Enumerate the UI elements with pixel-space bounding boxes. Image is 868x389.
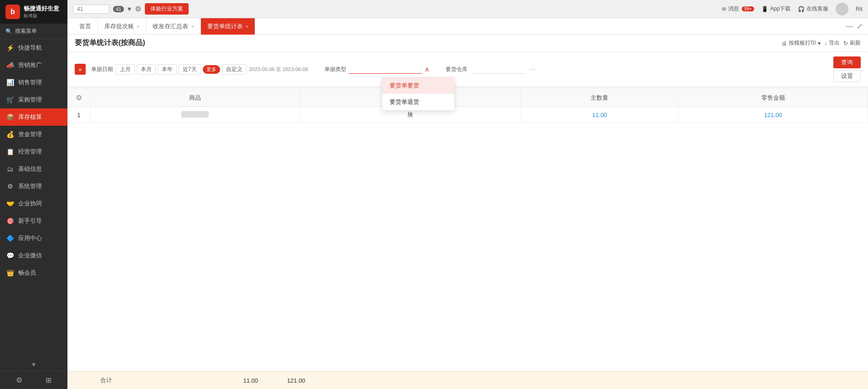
sidebar-item-basic[interactable]: 🗂 基础信息 xyxy=(0,160,67,178)
operation-icon: 📋 xyxy=(5,148,15,155)
member-icon: 👑 xyxy=(5,269,15,276)
cell-no: 1 xyxy=(67,107,90,123)
goods-blurred xyxy=(181,111,209,118)
page-title: 要货单统计表(按商品) xyxy=(75,38,145,48)
sidebar: b 畅捷通好生意 标准版 🔍 搜索菜单 ⚡ 快捷导航 📣 营销推广 📊 销售管理… xyxy=(0,0,67,389)
topbar-right: ✉ 消息 99+ 📱 App下载 🎧 在线客服 Rit xyxy=(722,3,863,15)
topbar-left: 41 ▾ ⚙ 体验行业方案 xyxy=(73,3,718,15)
sidebar-item-label: 营销推广 xyxy=(18,61,62,69)
notification-label: 消息 xyxy=(728,5,739,13)
online-service-label: 在线客服 xyxy=(806,5,828,13)
filter-settings-button[interactable]: 设置 xyxy=(833,70,861,82)
sidebar-item-inventory[interactable]: 📦 库存核算 xyxy=(0,108,67,126)
tab-minimize-icon[interactable]: — xyxy=(846,22,853,31)
system-icon: ⚙ xyxy=(5,183,15,190)
refresh-label: 刷新 xyxy=(850,39,861,47)
refresh-icon: ↻ xyxy=(843,40,848,46)
date-btn-this-month[interactable]: 本月 xyxy=(137,64,156,75)
date-btn-last-month[interactable]: 上月 xyxy=(116,64,135,75)
tab-expand-icon[interactable]: ⤢ xyxy=(857,22,863,31)
sidebar-item-label: 采购管理 xyxy=(18,96,62,104)
date-btn-7days[interactable]: 近7天 xyxy=(179,64,201,75)
tab-send-summary-close[interactable]: × xyxy=(191,24,194,29)
tab-send-summary-label: 收发存汇总表 xyxy=(153,22,188,31)
print-label: 按模板打印 xyxy=(789,39,816,47)
app-logo: b 畅捷通好生意 标准版 xyxy=(0,0,67,24)
sidebar-search[interactable]: 🔍 搜索菜单 xyxy=(0,24,67,39)
tab-inventory-batch[interactable]: 库存批次账 × xyxy=(98,18,146,35)
type-chevron-icon[interactable]: ∧ xyxy=(425,66,429,73)
date-btn-more[interactable]: 更多 xyxy=(203,65,220,74)
sidebar-item-purchase[interactable]: 🛒 采购管理 xyxy=(0,91,67,108)
print-button[interactable]: 🖨 按模板打印 ▾ xyxy=(781,39,821,47)
tab-home-label: 首页 xyxy=(79,22,91,31)
type-filter-group: 单据类型 ∧ xyxy=(324,65,429,74)
tab-home[interactable]: 首页 xyxy=(73,18,98,35)
topbar-settings-icon[interactable]: ⚙ xyxy=(135,5,141,13)
cell-amount: 121.00 xyxy=(678,107,868,123)
online-service-btn[interactable]: 🎧 在线客服 xyxy=(798,5,828,13)
quick-nav-icon: ⚡ xyxy=(5,44,15,51)
topbar-search-input[interactable] xyxy=(73,5,109,14)
sidebar-item-sales[interactable]: 📊 销售管理 xyxy=(0,74,67,91)
table-col-goods: 商品 xyxy=(90,89,299,107)
footer-total-label: 合计 xyxy=(100,377,112,384)
warehouse-filter-group: 要货仓库 ··· xyxy=(446,65,535,74)
main-area: 41 ▾ ⚙ 体验行业方案 ✉ 消息 99+ 📱 App下载 🎧 在线客服 Ri… xyxy=(67,0,868,389)
filter-expand-button[interactable]: » xyxy=(75,64,86,75)
table-col-amount: 零售金额 xyxy=(678,89,868,107)
export-icon: ↓ xyxy=(824,40,827,46)
topbar-chevron-icon[interactable]: ▾ xyxy=(128,5,131,13)
date-buttons: 上月 本月 本年 近7天 更多 自定义 xyxy=(116,64,247,75)
query-button[interactable]: 查询 xyxy=(833,56,861,68)
finance-icon: 💰 xyxy=(5,131,15,138)
sidebar-item-finance[interactable]: 💰 资金管理 xyxy=(0,126,67,143)
dropdown-item-order-return[interactable]: 要货单退货 xyxy=(382,94,454,110)
sidebar-bottom: ⚙ ⊞ xyxy=(0,371,67,389)
notification-btn[interactable]: ✉ 消息 99+ xyxy=(722,5,754,13)
export-button[interactable]: ↓ 导出 xyxy=(824,39,840,47)
notification-icon: ✉ xyxy=(722,6,726,12)
sidebar-item-label: 销售管理 xyxy=(18,78,62,87)
sidebar-item-operation[interactable]: 📋 经营管理 xyxy=(0,143,67,160)
cell-goods xyxy=(90,107,299,123)
promo-button[interactable]: 体验行业方案 xyxy=(145,3,189,15)
type-label: 单据类型 xyxy=(324,66,346,73)
sidebar-item-label: 资金管理 xyxy=(18,130,62,138)
date-btn-custom[interactable]: 自定义 xyxy=(222,64,247,75)
tab-order-stats-close[interactable]: × xyxy=(246,24,248,29)
sidebar-item-system[interactable]: ⚙ 系统管理 xyxy=(0,178,67,195)
sidebar-item-appstore[interactable]: 🔷 应用中心 xyxy=(0,230,67,247)
sidebar-item-label: 系统管理 xyxy=(18,182,62,190)
purchase-icon: 🛒 xyxy=(5,96,15,103)
collapse-icon[interactable]: ⊞ xyxy=(46,376,51,384)
date-btn-this-year[interactable]: 本年 xyxy=(158,64,177,75)
dropdown-item-order-goods[interactable]: 要货单要货 xyxy=(382,77,454,94)
sidebar-item-marketing[interactable]: 📣 营销推广 xyxy=(0,56,67,74)
tab-send-summary[interactable]: 收发存汇总表 × xyxy=(146,18,200,35)
filter-more-icon[interactable]: ··· xyxy=(529,65,535,73)
sidebar-item-quick-nav[interactable]: ⚡ 快捷导航 xyxy=(0,39,67,56)
sidebar-item-enterprise[interactable]: 🤝 企业协同 xyxy=(0,195,67,212)
app-download-btn[interactable]: 📱 App下载 xyxy=(761,5,791,13)
sidebar-scroll-down[interactable]: ▼ xyxy=(0,358,67,371)
column-settings-icon[interactable]: ⚙ xyxy=(76,94,82,102)
footer-label: 合计 xyxy=(73,376,228,384)
search-label: 搜索菜单 xyxy=(15,27,37,35)
tabs-bar: 首页 库存批次账 × 收发存汇总表 × 要货单统计表 × — ⤢ xyxy=(67,18,868,35)
sidebar-item-label: 库存核算 xyxy=(18,113,62,121)
app-download-icon: 📱 xyxy=(761,6,768,12)
tab-inventory-batch-close[interactable]: × xyxy=(137,24,139,29)
warehouse-input[interactable] xyxy=(470,65,525,74)
sidebar-item-label: 企业协同 xyxy=(18,200,62,208)
settings-icon[interactable]: ⚙ xyxy=(16,376,22,384)
sidebar-item-member[interactable]: 👑 畅会员 xyxy=(0,264,67,282)
sidebar-item-guide[interactable]: 🎯 新手引导 xyxy=(0,212,67,230)
type-input[interactable] xyxy=(349,65,422,74)
sidebar-item-wechat[interactable]: 💬 企业微信 xyxy=(0,247,67,264)
filter-actions: 查询 设置 xyxy=(833,56,861,82)
refresh-button[interactable]: ↻ 刷新 xyxy=(843,39,861,47)
marketing-icon: 📣 xyxy=(5,61,15,69)
tab-order-stats[interactable]: 要货单统计表 × xyxy=(201,18,255,35)
user-avatar[interactable] xyxy=(836,3,848,15)
